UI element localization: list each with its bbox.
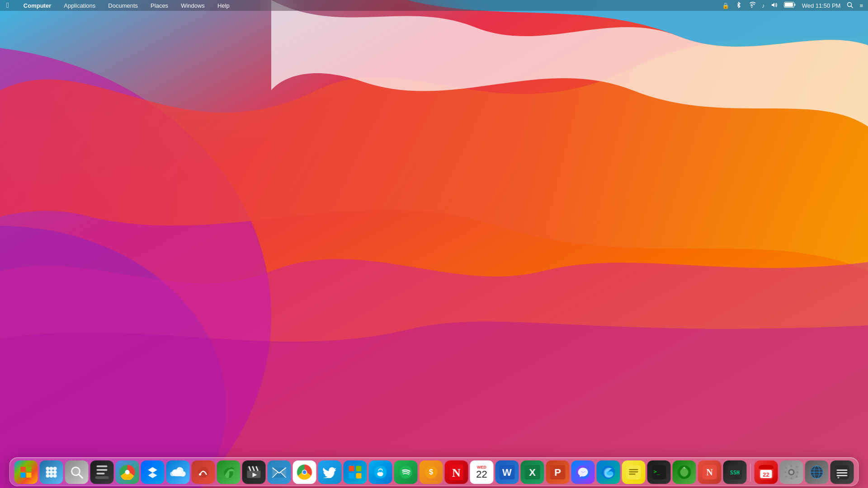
svg-point-18 xyxy=(53,470,57,474)
svg-text:N: N xyxy=(452,466,461,479)
menu-help[interactable]: Help xyxy=(215,1,232,10)
powerpoint-icon[interactable]: P xyxy=(546,460,570,484)
menu-places[interactable]: Places xyxy=(148,1,171,10)
lock-icon: 🔒 xyxy=(721,2,731,9)
menu-computer[interactable]: Computer xyxy=(21,1,54,10)
svg-rect-87 xyxy=(784,471,787,473)
datetime-display: Wed 11:50 PM xyxy=(801,2,842,9)
svg-text:>_: >_ xyxy=(654,469,660,475)
system-preferences-icon[interactable] xyxy=(780,460,803,484)
edge-icon[interactable] xyxy=(597,460,620,484)
excel-icon[interactable]: X xyxy=(521,460,544,484)
menubar:  Computer Applications Documents Places… xyxy=(0,0,868,11)
svg-rect-86 xyxy=(791,477,793,479)
cashculator-icon[interactable]: $ xyxy=(420,460,443,484)
svg-point-14 xyxy=(50,467,53,470)
music-icon[interactable]: ♪ xyxy=(760,2,766,9)
svg-text:SSH: SSH xyxy=(730,469,740,476)
apple-notes-icon[interactable] xyxy=(622,460,646,484)
control-center-icon[interactable]: ≡ xyxy=(858,2,864,9)
svg-line-8 xyxy=(851,6,853,8)
svg-rect-48 xyxy=(349,466,354,471)
svg-rect-100 xyxy=(837,472,848,474)
svg-rect-69 xyxy=(629,474,636,475)
fantastical-icon[interactable]: 22 xyxy=(755,460,778,484)
svg-rect-68 xyxy=(629,471,638,473)
menu-windows[interactable]: Windows xyxy=(178,1,208,10)
battery-icon xyxy=(783,2,797,9)
hidock-icon[interactable] xyxy=(830,460,854,484)
menu-applications[interactable]: Applications xyxy=(61,1,98,10)
svg-point-15 xyxy=(53,467,57,470)
dock-separator xyxy=(750,463,751,481)
svg-line-23 xyxy=(79,474,83,478)
wifi-icon[interactable] xyxy=(747,2,757,9)
evernote-icon[interactable] xyxy=(217,460,241,484)
word-icon[interactable]: W xyxy=(495,460,519,484)
svg-rect-6 xyxy=(794,4,796,6)
svg-point-47 xyxy=(303,470,307,474)
svg-point-29 xyxy=(125,470,130,474)
bluetooth-icon[interactable] xyxy=(734,2,743,9)
netflix-icon[interactable]: N xyxy=(445,460,468,484)
launchpad-icon[interactable] xyxy=(40,460,63,484)
desktop:  Computer Applications Documents Places… xyxy=(0,0,868,488)
svg-rect-10 xyxy=(27,467,32,472)
dropbox-icon[interactable] xyxy=(141,460,165,484)
search-menubar-icon[interactable] xyxy=(845,2,854,9)
calendar-icon[interactable]: WED 22 xyxy=(470,460,494,484)
calendar-day-label: 22 xyxy=(476,469,487,479)
messenger-icon[interactable] xyxy=(571,460,595,484)
msstore-icon[interactable] xyxy=(344,460,367,484)
onedrive-icon[interactable] xyxy=(166,460,190,484)
terminal-icon[interactable]: >_ xyxy=(647,460,671,484)
chromium-icon[interactable] xyxy=(116,460,139,484)
svg-point-19 xyxy=(46,474,50,478)
svg-rect-24 xyxy=(97,465,108,467)
svg-point-17 xyxy=(50,470,53,474)
spotify-icon[interactable] xyxy=(394,460,418,484)
dock: $ N WED 22 W xyxy=(9,457,859,486)
svg-point-1 xyxy=(0,45,271,488)
svg-rect-12 xyxy=(27,473,32,478)
svg-rect-88 xyxy=(797,471,799,473)
svg-rect-25 xyxy=(97,469,108,471)
volume-icon[interactable] xyxy=(770,2,779,9)
svg-rect-99 xyxy=(837,469,848,471)
spotlight-icon[interactable] xyxy=(65,460,89,484)
svg-point-3 xyxy=(751,6,752,7)
svg-point-21 xyxy=(53,474,57,478)
apple-menu[interactable]:  xyxy=(4,0,12,10)
svg-rect-85 xyxy=(791,465,793,467)
svg-text:N: N xyxy=(706,467,713,477)
svg-point-2 xyxy=(0,226,226,488)
newsbar-icon[interactable]: N xyxy=(698,460,722,484)
svg-rect-49 xyxy=(356,466,362,471)
svg-rect-0 xyxy=(0,0,868,488)
windows-icon[interactable] xyxy=(14,460,38,484)
twitter-icon[interactable] xyxy=(318,460,342,484)
airmail-icon[interactable] xyxy=(268,460,291,484)
notchmeister-icon[interactable] xyxy=(90,460,114,484)
menu-documents[interactable]: Documents xyxy=(105,1,141,10)
svg-rect-11 xyxy=(21,473,26,478)
svg-rect-50 xyxy=(349,473,354,479)
xbox-icon[interactable] xyxy=(673,460,696,484)
svg-text:22: 22 xyxy=(763,471,769,478)
svg-text:X: X xyxy=(529,467,536,478)
svg-point-16 xyxy=(46,470,50,474)
claquette-icon[interactable] xyxy=(242,460,266,484)
svg-point-102 xyxy=(838,477,840,479)
chrome-icon[interactable] xyxy=(293,460,316,484)
svg-text:P: P xyxy=(554,467,561,478)
reeder-icon[interactable] xyxy=(192,460,215,484)
worldwideweb-icon[interactable] xyxy=(805,460,829,484)
skype-icon[interactable] xyxy=(369,460,392,484)
svg-point-20 xyxy=(50,474,53,478)
svg-rect-51 xyxy=(356,473,362,479)
menubar-left:  Computer Applications Documents Places… xyxy=(4,0,232,10)
svg-rect-5 xyxy=(785,3,793,7)
svg-rect-9 xyxy=(21,467,26,472)
ssh-files-icon[interactable]: SSH xyxy=(723,460,747,484)
svg-text:$: $ xyxy=(429,468,433,476)
